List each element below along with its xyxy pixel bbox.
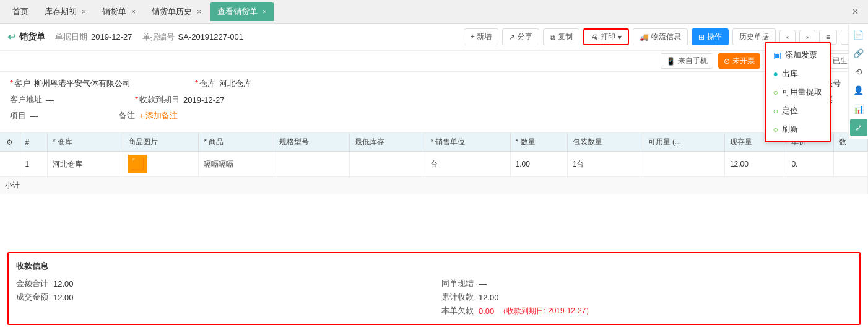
col-num-header: # (20, 133, 47, 152)
transaction-value: 12.00 (53, 293, 74, 302)
cumulative-label: 累计收款 (441, 292, 474, 303)
tab-sales-history-close[interactable]: × (197, 7, 201, 16)
row-warehouse: 河北仓库 (47, 152, 123, 177)
doc-date-field: 单据日期 2019-12-27 (55, 32, 132, 43)
available-extract-label: 可用量提取 (782, 87, 822, 98)
payment-date-label: 收款到期日 (135, 94, 180, 105)
tab-inventory-init-close[interactable]: × (82, 7, 86, 16)
refresh-label: 刷新 (782, 124, 798, 135)
sidebar-user-icon[interactable]: 👤 (850, 82, 867, 99)
col-settings[interactable]: ⚙ (0, 133, 20, 152)
col-img-header: 商品图片 (123, 133, 199, 152)
customer-label: 客户 (10, 78, 30, 89)
total-row: 金额合计 12.00 (16, 278, 427, 289)
add-note-button[interactable]: + 添加备注 (139, 110, 178, 121)
total-value: 12.00 (53, 279, 74, 289)
col-min-stock-header: 最低库存 (350, 133, 425, 152)
tab-home[interactable]: 首页 (5, 2, 36, 21)
doc-icon: ↩ (7, 31, 15, 43)
project-field: 项目 — (10, 110, 79, 121)
warehouse-field: 仓库 河北仓库 (195, 78, 269, 89)
project-label: 项目 (10, 110, 26, 121)
subtotal-label: 小计 (0, 177, 868, 194)
row-spec (274, 152, 350, 177)
operation-button[interactable]: ⊞ 操作 (692, 28, 729, 45)
row-extra (834, 152, 868, 177)
form-row-1: 客户 柳州粤港平安气体有限公司 仓库 河北仓库 业务员 演示账号 (10, 78, 858, 89)
print-button[interactable]: 🖨 打印 ▾ (583, 28, 629, 45)
window-close-button[interactable]: × (848, 4, 863, 20)
row-img: 🟧 (123, 152, 199, 177)
subtotal-row: 小计 (0, 177, 868, 194)
print-icon: 🖨 (591, 33, 598, 41)
sidebar-chart-icon[interactable]: 📊 (850, 100, 867, 118)
note-field: 备注 + 添加备注 (119, 110, 178, 121)
cumulative-value: 12.00 (479, 293, 499, 302)
tab-sales-order[interactable]: 销货单 × (95, 2, 143, 21)
new-button[interactable]: + 新增 (464, 28, 498, 45)
share-button[interactable]: ↗ 分享 (502, 28, 539, 45)
copy-button[interactable]: ⧉ 复制 (543, 28, 579, 45)
transaction-label: 成交金额 (16, 292, 48, 303)
locate-label: 定位 (782, 105, 798, 116)
doc-meta: 单据日期 2019-12-27 单据编号 SA-20191227-001 (55, 32, 243, 43)
payment-panel: 收款信息 金额合计 12.00 同单现结 — 成交金额 12.00 累计收款 1… (7, 252, 861, 325)
tab-sales-history[interactable]: 销货单历史 × (144, 2, 209, 21)
refresh-item[interactable]: ○ 刷新 (766, 120, 830, 139)
sidebar-doc-icon[interactable]: 📄 (850, 26, 867, 43)
add-invoice-item[interactable]: ▣ 添加发票 (766, 46, 830, 64)
row-available (643, 152, 724, 177)
customer-field: 客户 柳州粤港平安气体有限公司 (10, 78, 131, 89)
col-product-header: * 商品 (199, 133, 274, 152)
note-label: 备注 (119, 110, 135, 121)
row-qty: 1.00 (510, 152, 567, 177)
tab-inventory-init[interactable]: 库存期初 × (37, 2, 93, 21)
col-unit-header: * 销售单位 (425, 133, 510, 152)
locate-icon: ○ (773, 106, 778, 116)
cumulative-row: 累计收款 12.00 (441, 292, 852, 303)
sidebar-refresh-icon[interactable]: ⟲ (850, 63, 867, 80)
row-settings (0, 152, 20, 177)
address-field: 客户地址 — (10, 94, 95, 105)
operation-dropdown: ▣ 添加发票 ● 出库 ○ 可用量提取 ○ 定位 ○ 刷新 (765, 42, 831, 142)
row-price: 0. (786, 152, 834, 177)
right-sidebar: 📄 🔗 ⟲ 👤 📊 ⤢ (848, 24, 868, 139)
table-row: 1 河北仓库 🟧 嗝嗝嗝嗝 台 1.00 1台 (0, 152, 868, 177)
available-extract-item[interactable]: ○ 可用量提取 (766, 83, 830, 102)
warehouse-value: 河北仓库 (219, 78, 269, 89)
form-row-3: 项目 — 备注 + 添加备注 业务员孟 — (10, 110, 858, 121)
mobile-button[interactable]: 📱 来自手机 (661, 53, 713, 69)
tab-sales-order-close[interactable]: × (131, 7, 136, 16)
add-invoice-label: 添加发票 (785, 50, 817, 61)
ticket-icon: ⊙ (724, 57, 730, 66)
payment-date-value: 2019-12-27 (183, 95, 233, 105)
col-pkg-header: 包装数量 (567, 133, 643, 152)
same-order-row: 同单现结 — (441, 278, 852, 289)
grid-icon: ⊞ (698, 33, 705, 41)
col-qty-header: * 数量 (510, 133, 567, 152)
project-value: — (30, 111, 79, 121)
row-current: 12.00 (724, 152, 786, 177)
tab-view-sales-close[interactable]: × (263, 7, 267, 16)
transaction-row: 成交金额 12.00 (16, 292, 427, 303)
row-product: 嗝嗝嗝嗝 (199, 152, 274, 177)
form-area: 客户 柳州粤港平安气体有限公司 仓库 河北仓库 业务员 演示账号 客户地址 — (0, 72, 868, 132)
outbound-item[interactable]: ● 出库 (766, 64, 830, 83)
payment-date-field: 收款到期日 2019-12-27 (135, 94, 233, 105)
locate-item[interactable]: ○ 定位 (766, 102, 830, 120)
sidebar-expand-icon[interactable]: ⤢ (850, 119, 867, 136)
logistics-button[interactable]: 🚚 物流信息 (633, 28, 688, 45)
print-dropdown-icon: ▾ (618, 33, 622, 41)
doc-title: ↩ 销货单 (7, 31, 45, 43)
order-table: ⚙ # * 仓库 商品图片 * 商品 规格型号 最低库存 * 销售单位 * 数量… (0, 133, 868, 194)
unopened-button[interactable]: ⊙ 未开票 (718, 53, 760, 69)
add-note-icon: + (139, 111, 144, 121)
product-image-icon: 🟧 (131, 157, 144, 171)
doc-number-field: 单据编号 SA-20191227-001 (142, 32, 244, 43)
refresh-icon: ○ (773, 124, 778, 134)
available-extract-icon: ○ (773, 87, 778, 97)
col-spec-header: 规格型号 (274, 133, 350, 152)
sidebar-link-icon[interactable]: 🔗 (850, 45, 867, 62)
form-row-2: 客户地址 — 收款到期日 2019-12-27 票据类型 不开票 (10, 94, 858, 105)
tab-view-sales[interactable]: 查看销货单 × (210, 2, 274, 21)
